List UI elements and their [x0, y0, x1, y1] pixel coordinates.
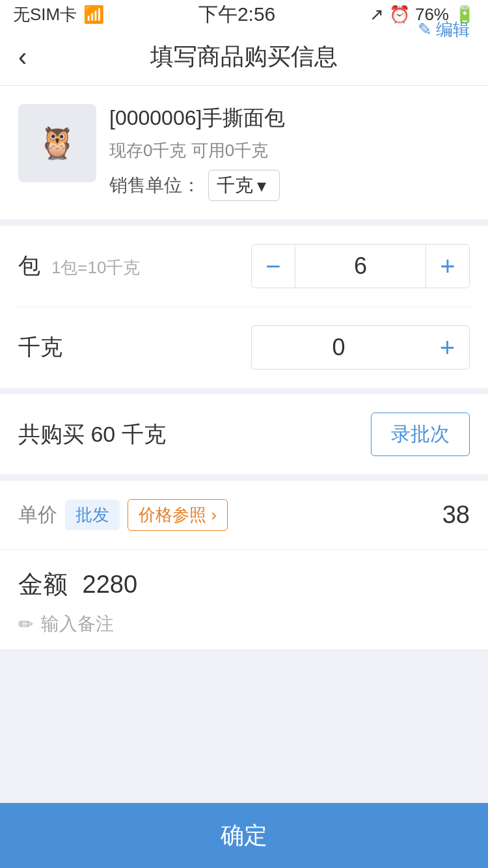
- product-unit-row: 销售单位： 千克 ▾: [109, 170, 470, 201]
- qty-label-kg: 千克: [18, 332, 62, 362]
- qty-label-text-kg: 千克: [18, 334, 62, 359]
- product-name: [0000006]手撕面包: [109, 104, 470, 133]
- product-info: [0000006]手撕面包 现存0千克 可用0千克 销售单位： 千克 ▾: [109, 104, 470, 201]
- remark-icon: ✏: [18, 614, 33, 635]
- total-row: 共购买 60 千克 录批次: [0, 394, 488, 481]
- qty-sublabel-bao: 1包=10千克: [51, 258, 141, 277]
- confirm-button[interactable]: 确定: [221, 820, 267, 852]
- qty-input-bao[interactable]: [295, 244, 426, 288]
- amount-value: 2280: [83, 571, 138, 598]
- edit-button[interactable]: ✎ 编辑: [418, 18, 470, 41]
- quantity-row-bao: 包 1包=10千克 − +: [18, 226, 470, 307]
- nav-bar: ‹ 填写商品购买信息: [0, 29, 488, 86]
- carrier-label: 无SIM卡: [13, 3, 77, 26]
- remark-placeholder: 输入备注: [41, 612, 114, 636]
- status-bar: 无SIM卡 📶 下午2:56 ↗ ⏰ 76% 🔋: [0, 0, 488, 29]
- location-icon: ↗: [370, 5, 384, 25]
- unit-label: 销售单位：: [109, 173, 200, 198]
- qty-controls-bao: − +: [251, 244, 470, 288]
- price-reference-button[interactable]: 价格参照 ›: [128, 499, 228, 531]
- amount-label: 金额: [18, 571, 68, 598]
- price-section: 单价 批发 价格参照 › 38: [0, 481, 488, 550]
- increment-bao-button[interactable]: +: [426, 244, 470, 288]
- qty-input-kg[interactable]: [251, 325, 426, 370]
- remark-row[interactable]: ✏ 输入备注: [18, 612, 470, 636]
- wifi-icon: 📶: [83, 5, 104, 25]
- status-left: 无SIM卡 📶: [13, 3, 104, 26]
- time-label: 下午2:56: [198, 1, 275, 28]
- product-image: 🦉: [18, 104, 96, 182]
- quantity-row-kg: 千克 +: [18, 307, 470, 388]
- product-thumbnail-icon: 🦉: [38, 125, 77, 161]
- price-label: 单价: [18, 502, 57, 528]
- decrement-bao-button[interactable]: −: [251, 244, 295, 288]
- batch-button[interactable]: 录批次: [371, 413, 470, 456]
- qty-label-bao: 包 1包=10千克: [18, 251, 140, 281]
- edit-label: 编辑: [436, 18, 470, 41]
- product-card: 🦉 [0000006]手撕面包 现存0千克 可用0千克 销售单位： 千克 ▾ ✎…: [0, 86, 488, 226]
- product-stock: 现存0千克 可用0千克: [109, 139, 470, 162]
- unit-select[interactable]: 千克 ▾: [208, 170, 280, 201]
- price-value: 38: [442, 501, 470, 529]
- qty-controls-kg: +: [251, 325, 470, 370]
- dropdown-icon: ▾: [257, 175, 266, 197]
- qty-label-text: 包: [18, 253, 40, 278]
- increment-kg-button[interactable]: +: [426, 325, 470, 370]
- total-text: 共购买 60 千克: [18, 420, 166, 450]
- price-type-tag: 批发: [65, 500, 120, 530]
- page-title: 填写商品购买信息: [150, 41, 338, 73]
- amount-section: 金额 2280 ✏ 输入备注: [0, 550, 488, 649]
- unit-value: 千克: [217, 173, 253, 198]
- confirm-bar[interactable]: 确定: [0, 803, 488, 868]
- edit-icon: ✎: [418, 20, 432, 40]
- back-button[interactable]: ‹: [18, 42, 27, 72]
- amount-row: 金额 2280: [18, 568, 470, 601]
- quantity-section: 包 1包=10千克 − + 千克 +: [0, 226, 488, 394]
- alarm-icon: ⏰: [389, 5, 410, 25]
